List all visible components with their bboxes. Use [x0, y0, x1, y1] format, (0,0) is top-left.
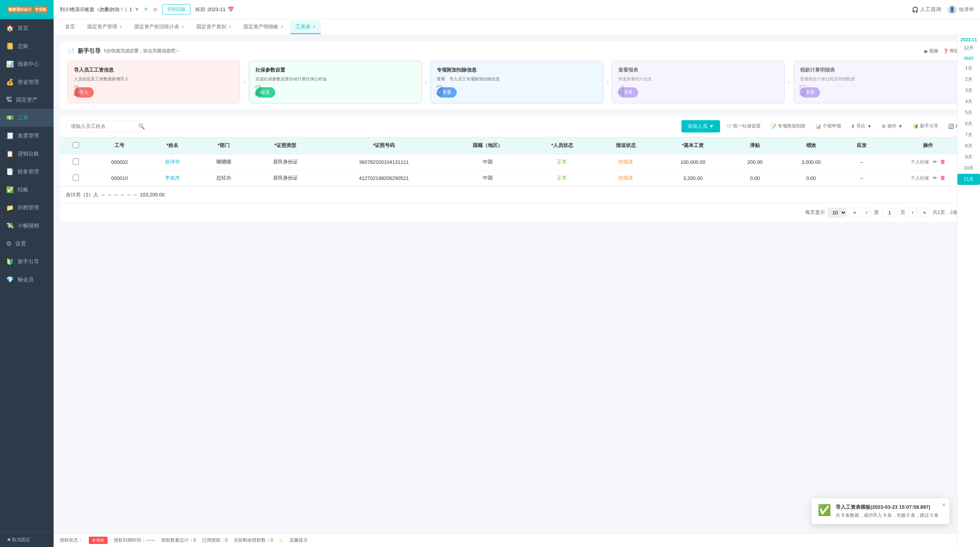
th-performance[interactable]: 绩效 [781, 137, 841, 154]
calendar-month-5[interactable]: 5月 [957, 107, 980, 118]
row1-edit-icon[interactable]: ✏ [933, 159, 937, 165]
sidebar-item-payroll[interactable]: 💵 工资 [0, 109, 54, 127]
wizard-step-5-desc: 查看税款计算过程及明细数据 [800, 76, 960, 83]
sidebar-unpin[interactable]: ◀ 取消固定 [0, 532, 54, 547]
expire-label: 授权到期时间：—— [114, 537, 155, 544]
total-employees: 合计共（2）人 [66, 191, 98, 198]
tab-home[interactable]: 首页 [60, 20, 80, 34]
sidebar-item-invoice[interactable]: 🧾 发票管理 [0, 127, 54, 145]
sidebar-item-tax[interactable]: 📑 税务管理 [0, 163, 54, 181]
auth-status-badge: 未授权 [89, 537, 108, 544]
wizard-step-1: 导入员工工资信息 人员信息及工资数据新增导入 导入 1 [67, 61, 240, 103]
sidebar-item-settle[interactable]: ✅ 结账 [0, 181, 54, 199]
tab-fixed-depreciation[interactable]: 固定资产折旧统计表 × [129, 20, 189, 34]
search-icon[interactable]: 🔍 [138, 123, 145, 129]
guide-icon: 🔰 [913, 124, 918, 129]
notif-close-btn[interactable]: × [942, 501, 946, 508]
row2-edit-icon[interactable]: ✏ [933, 175, 937, 181]
th-id-type[interactable]: *证照类型 [249, 137, 322, 154]
calendar-month-9[interactable]: 9月 [957, 152, 980, 163]
row1-checkbox[interactable] [60, 154, 92, 170]
th-status[interactable]: *人员状态 [529, 137, 595, 154]
tab-close-fixed-detail[interactable]: × [281, 24, 283, 29]
page-size-select[interactable]: 10 20 50 [828, 208, 847, 217]
sidebar-item-settings[interactable]: ⚙ 设置 [0, 235, 54, 253]
account-selector[interactable]: 刘小艳演示账套（勿删勿动！）1 ▼ [60, 6, 139, 13]
tab-fixed-category[interactable]: 固定资产类别 × [191, 20, 237, 34]
operate-btn[interactable]: ⚙ 操作 ▼ [879, 121, 906, 132]
row1-delete-icon[interactable]: 🗑 [940, 159, 945, 165]
sidebar-item-archive[interactable]: 📁 归档管理 [0, 199, 54, 217]
tab-payroll[interactable]: 工资表 × [290, 20, 321, 34]
tax-report-btn[interactable]: 📊 个税申报 [812, 121, 844, 132]
th-id-no[interactable]: *证照号码 [321, 137, 446, 154]
headphone-icon: 🎧 [912, 7, 918, 13]
sidebar-item-sales[interactable]: 📋 进销台账 [0, 145, 54, 163]
th-dept[interactable]: *部门 [198, 137, 249, 154]
period-selector[interactable]: 账期 2023-11 📅 [195, 6, 234, 13]
calendar-month-3[interactable]: 3月 [957, 85, 980, 96]
next-page-btn[interactable]: › [908, 208, 917, 217]
export-btn[interactable]: ⬇ 导出 ▼ [848, 121, 875, 132]
search-box[interactable]: 🔍 [66, 121, 142, 132]
sidebar-item-home[interactable]: 🏠 首页 [0, 19, 54, 37]
page-size-label: 每页显示 [805, 209, 825, 216]
switch-version-button[interactable]: 切到旧版 [162, 4, 191, 15]
calendar-month-6[interactable]: 6月 [957, 118, 980, 129]
calendar-month-10[interactable]: 10月 [957, 163, 980, 174]
calendar-month-8[interactable]: 8月 [957, 140, 980, 152]
guide-btn[interactable]: 🔰 新手引导 [910, 121, 941, 132]
th-allowance[interactable]: 津贴 [729, 137, 781, 154]
row2-checkbox[interactable] [60, 170, 92, 186]
tab-fixed-assets[interactable]: 固定资产管理 × [82, 20, 127, 34]
tab-fixed-detail[interactable]: 固定资产明细账 × [238, 20, 289, 34]
tab-close-payroll[interactable]: × [313, 24, 315, 29]
tab-close-fixed-depreciation[interactable]: × [181, 24, 184, 29]
search-input[interactable] [71, 123, 135, 129]
calendar-month-2[interactable]: 2月 [957, 74, 980, 85]
sidebar-item-newguide[interactable]: 🔰 新手引导 [0, 253, 54, 271]
special-deduction-btn[interactable]: 📝 专项附加扣除 [768, 121, 808, 132]
ai-service-btn[interactable]: 🎧 人工咨询 [912, 6, 941, 13]
first-page-btn[interactable]: « [850, 208, 859, 217]
row2-name[interactable]: 李俊杰 [147, 170, 198, 186]
th-report-status[interactable]: 报送状态 [595, 137, 657, 154]
calendar-month-1[interactable]: 1月 [957, 63, 980, 74]
sidebar-item-member[interactable]: 💎 畅会员 [0, 271, 54, 289]
sidebar-item-expense[interactable]: 💸 小畅报销 [0, 217, 54, 235]
sidebar-item-fixed[interactable]: 🏗 固定资产 [0, 91, 54, 109]
calendar-month-7[interactable]: 7月 [957, 129, 980, 140]
prev-page-btn[interactable]: ‹ [862, 208, 871, 217]
th-base-salary[interactable]: *基本工资 [657, 137, 729, 154]
tax-report-icon: 📊 [815, 124, 821, 129]
th-id[interactable]: 工号 [92, 137, 147, 154]
page-number-input[interactable] [882, 208, 897, 217]
special-icon: 📝 [771, 124, 776, 129]
add-account-btn[interactable]: + [144, 5, 148, 13]
calendar-month-4[interactable]: 4月 [957, 96, 980, 107]
row2-delete-icon[interactable]: 🗑 [940, 175, 945, 181]
wizard-step-2: 社保参数设置 完成社保参数设置自动计算社保公积金 设置 2 [249, 61, 421, 103]
add-employee-button[interactable]: 添加人员 ▼ [681, 120, 720, 132]
settings-gear-icon[interactable]: ⚙ [153, 7, 158, 13]
social-insurance-btn[interactable]: 🛡 统一社保设置 [724, 121, 764, 132]
wizard-video-link[interactable]: ▶ 视频 [924, 48, 938, 54]
select-all-checkbox[interactable] [73, 142, 79, 148]
calendar-month-12[interactable]: 12月 [957, 42, 980, 54]
sidebar-item-ledger[interactable]: 📒 总账 [0, 37, 54, 55]
user-menu[interactable]: 👤 徐泽华 [947, 5, 974, 14]
row1-name[interactable]: 徐泽华 [147, 154, 198, 170]
calendar-month-11[interactable]: 11月 [957, 174, 980, 185]
last-page-btn[interactable]: » [920, 208, 929, 217]
sidebar-item-report[interactable]: 📊 报表中心 [0, 55, 54, 73]
tab-close-fixed-assets[interactable]: × [119, 24, 122, 29]
tab-close-fixed-category[interactable]: × [229, 24, 231, 29]
base-salary-total: 103,200.00 [140, 192, 165, 198]
th-name[interactable]: *姓名 [147, 137, 198, 154]
th-applicable: 应发 [841, 137, 882, 154]
wizard-help-link[interactable]: ❓ 帮助 [943, 48, 959, 54]
fixed-icon: 🏗 [6, 96, 12, 103]
sidebar-item-capital[interactable]: 💰 资金管理 [0, 73, 54, 91]
wizard-step-1-num: 1 [72, 82, 81, 99]
th-nationality[interactable]: 国籍（地区） [446, 137, 529, 154]
